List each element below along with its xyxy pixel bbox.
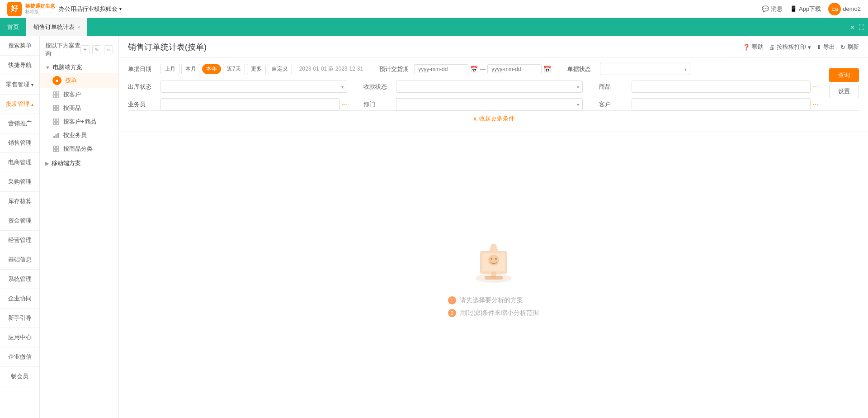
filter-row-2: 出库状态 ▾ 收款状态 ▾ 商品: [128, 81, 818, 93]
mobile-scheme-category[interactable]: ▶ 移动端方案: [40, 157, 118, 169]
date-btn-custom[interactable]: 自定义: [268, 64, 292, 74]
sidebar-item-enterprise[interactable]: 企业协同: [0, 289, 39, 309]
goods-input[interactable]: [632, 81, 811, 93]
edit-scheme-button[interactable]: ✎: [92, 45, 101, 54]
date-btn-this-month[interactable]: 本月: [181, 64, 200, 74]
sidebar-item-operations[interactable]: 经营管理: [0, 231, 39, 250]
help-button[interactable]: ❓ 帮助: [743, 43, 764, 51]
sidebar: 搜索菜单 快捷导航 零售管理 ▾ 批发管理 ▴ 营销推广 销售管理 电商管理 采…: [0, 36, 40, 418]
customer-input[interactable]: [632, 98, 811, 110]
refresh-button[interactable]: ↻ 刷新: [840, 43, 859, 51]
print-button[interactable]: 🖨 按模板打印 ▾: [769, 43, 811, 51]
date-separator: —: [480, 66, 486, 72]
goods-more-button[interactable]: ···: [812, 83, 818, 91]
scheme-icon-customer-goods: [52, 118, 60, 125]
sidebar-item-finance[interactable]: 资金管理: [0, 211, 39, 231]
right-panel: 销售订单统计表(按单) ❓ 帮助 🖨 按模板打印 ▾ ⬇ 导出: [119, 36, 868, 418]
date-btn-more[interactable]: 更多: [247, 64, 266, 74]
sidebar-item-system[interactable]: 系统管理: [0, 270, 39, 289]
svg-rect-10: [53, 122, 56, 124]
user-menu[interactable]: Ea demo2: [828, 3, 861, 15]
expected-date-start[interactable]: [414, 64, 468, 74]
scheme-item-by-salesperson[interactable]: 按业务员: [40, 128, 118, 142]
scheme-item-by-customer-goods[interactable]: 按客户+商品: [40, 115, 118, 128]
collapse-scheme-panel-button[interactable]: «: [104, 45, 113, 54]
svg-rect-0: [53, 92, 56, 94]
goods-label: 商品: [599, 83, 626, 91]
window-maximize-icon[interactable]: ⛶: [859, 24, 864, 31]
topbar-right: 💬 消息 📱 App下载 Ea demo2: [762, 3, 861, 15]
app-download-button[interactable]: 📱 App下载: [790, 5, 821, 13]
sidebar-item-ecommerce[interactable]: 电商管理: [0, 153, 39, 172]
desktop-scheme-category[interactable]: ▼ 电脑端方案: [40, 62, 118, 73]
sidebar-item-quick-nav[interactable]: 快捷导航: [0, 56, 39, 75]
collapse-bar[interactable]: ∧ 收起更多条件: [128, 110, 859, 126]
sidebar-item-purchase[interactable]: 采购管理: [0, 172, 39, 192]
account-switcher[interactable]: 办公用品行业模拟账套 ▾: [59, 5, 122, 13]
date-btn-this-year[interactable]: 本年: [202, 64, 221, 74]
svg-rect-11: [57, 122, 59, 124]
svg-point-24: [495, 258, 497, 260]
sidebar-item-marketing[interactable]: 营销推广: [0, 114, 39, 133]
date-filter-label: 单据日期: [128, 65, 155, 73]
tab-home[interactable]: 首页: [0, 18, 26, 36]
page-title: 销售订单统计表(按单): [128, 42, 207, 52]
status-select[interactable]: [600, 63, 690, 75]
message-icon: 💬: [762, 5, 769, 12]
department-select[interactable]: [396, 98, 583, 110]
collapse-up-icon: ∧: [473, 115, 477, 122]
empty-step-2: 2 用[过滤]条件来缩小分析范围: [448, 309, 539, 317]
salesperson-input[interactable]: [160, 98, 340, 110]
date-btn-7days[interactable]: 近7天: [223, 64, 245, 74]
salesperson-more-button[interactable]: ···: [341, 100, 347, 109]
expected-date-end[interactable]: [487, 64, 542, 74]
topbar-left: 好 畅捷通好生意 标准版 办公用品行业模拟账套 ▾: [7, 2, 122, 16]
payment-select[interactable]: [396, 81, 583, 93]
tab-close-icon[interactable]: ×: [77, 24, 80, 30]
sidebar-item-guide[interactable]: 新手引导: [0, 309, 39, 328]
customer-more-button[interactable]: ···: [812, 100, 818, 109]
svg-rect-4: [53, 105, 56, 108]
sidebar-item-wechat[interactable]: 企业微信: [0, 347, 39, 367]
scheme-item-by-goods[interactable]: 按商品: [40, 101, 118, 115]
scheme-item-by-customer[interactable]: 按客户: [40, 88, 118, 101]
scheme-panel-header: 按以下方案查询 + ✎ «: [40, 40, 118, 62]
sidebar-item-search[interactable]: 搜索菜单: [0, 36, 39, 56]
page-header: 销售订单统计表(按单) ❓ 帮助 🖨 按模板打印 ▾ ⬇ 导出: [119, 36, 868, 57]
sidebar-item-sales[interactable]: 销售管理: [0, 133, 39, 153]
date-range-display: 2023-01-01 至 2023-12-31: [299, 65, 363, 73]
status-filter-label: 单据状态: [567, 65, 594, 73]
settings-button[interactable]: 设置: [829, 85, 859, 98]
add-scheme-button[interactable]: +: [80, 45, 90, 54]
scheme-item-by-order[interactable]: ● 按单: [40, 73, 118, 88]
svg-rect-12: [53, 136, 55, 138]
scheme-icon-salesperson: [52, 132, 60, 139]
svg-rect-15: [53, 146, 56, 148]
step-num-1: 1: [448, 296, 456, 304]
window-close-icon[interactable]: ✕: [850, 24, 855, 31]
export-button[interactable]: ⬇ 导出: [816, 43, 835, 51]
svg-rect-13: [56, 134, 57, 138]
sidebar-item-inventory[interactable]: 库存核算: [0, 192, 39, 211]
sidebar-item-basic-info[interactable]: 基础信息: [0, 250, 39, 270]
main-area: 搜索菜单 快捷导航 零售管理 ▾ 批发管理 ▴ 营销推广 销售管理 电商管理 采…: [0, 36, 868, 418]
expand-icon-mobile: ▶: [45, 161, 49, 166]
svg-rect-2: [53, 95, 56, 97]
message-button[interactable]: 💬 消息: [762, 5, 783, 13]
svg-rect-5: [57, 105, 59, 108]
date-btn-last-month[interactable]: 上月: [160, 64, 179, 74]
active-scheme-badge: ●: [52, 76, 61, 85]
delivery-select[interactable]: [160, 81, 347, 93]
svg-rect-9: [57, 119, 59, 121]
sidebar-item-wholesale[interactable]: 批发管理 ▴: [0, 95, 39, 114]
sidebar-item-member[interactable]: 畅会员: [0, 367, 39, 386]
sidebar-item-retail[interactable]: 零售管理 ▾: [0, 75, 39, 95]
tab-sales-order-stats[interactable]: 销售订单统计表 ×: [26, 18, 87, 36]
content-area: 按以下方案查询 + ✎ « ▼ 电脑端方案 ●: [40, 36, 868, 418]
chevron-up-icon: ▴: [31, 102, 33, 107]
scheme-icon-goods: [52, 104, 60, 112]
edit-icon: ✎: [94, 47, 99, 53]
sidebar-item-apps[interactable]: 应用中心: [0, 328, 39, 347]
scheme-item-by-category[interactable]: 按商品分类: [40, 142, 118, 156]
search-button[interactable]: 查询: [829, 68, 859, 82]
